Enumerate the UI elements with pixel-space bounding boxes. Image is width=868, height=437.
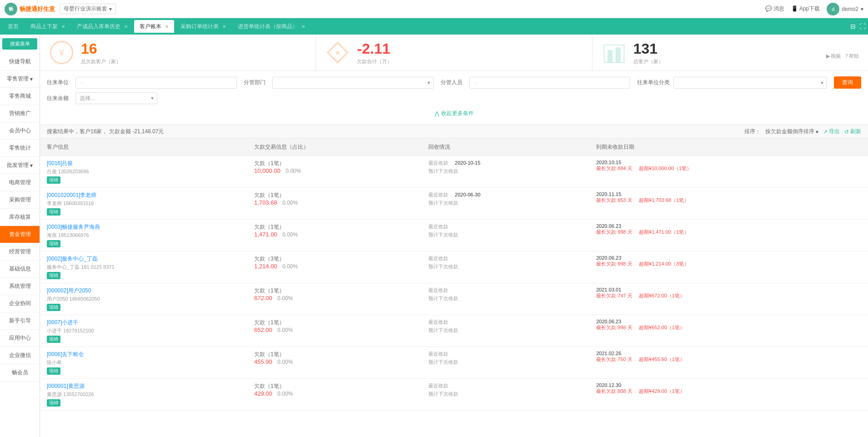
sidebar-item-enterprise-wx[interactable]: 企业微信 bbox=[0, 347, 40, 364]
customer-tag-5: 现销 bbox=[47, 336, 60, 343]
sidebar-item-retail-stats[interactable]: 零售统计 bbox=[0, 140, 40, 157]
cell-due-1: 2020.11.15 最长欠款 853 天 超期¥1,703.68（1笔） bbox=[589, 188, 868, 220]
cell-due-5: 2020.06.23 最长欠款 998 天 超期¥652.00（1笔） bbox=[589, 315, 868, 347]
debt-percent-2: 0.00% bbox=[282, 231, 298, 238]
customer-name-6[interactable]: [0006]去下粮仓 bbox=[47, 351, 241, 358]
overdue-link-5[interactable]: 超期¥652.00（1笔） bbox=[639, 325, 685, 330]
tab-import-stats-close[interactable]: ✕ bbox=[301, 24, 305, 29]
overdue-link-2[interactable]: 超期¥1,471.00（1笔） bbox=[639, 229, 689, 235]
customer-name-0[interactable]: [0016]吕俊 bbox=[47, 160, 241, 167]
last-collect-4: 最近收款 bbox=[428, 287, 582, 294]
tab-product-offline[interactable]: 商品上下架 ✕ bbox=[25, 20, 70, 33]
stat-debt-number: 16 bbox=[81, 40, 121, 57]
customer-name-5[interactable]: [0007]小进干 bbox=[47, 319, 241, 326]
filter-balance-label: 往来余额 bbox=[47, 95, 72, 102]
customer-name-3[interactable]: [0002]服务中心_丁磊 bbox=[47, 255, 241, 263]
sidebar-item-retail-mgmt[interactable]: 零售管理 ▾ bbox=[0, 70, 40, 88]
sidebar-item-stock[interactable]: 库存核算 bbox=[0, 209, 40, 226]
filter-person-input[interactable]: ··· bbox=[469, 77, 631, 89]
debt-amount-value-0: 10,000.00 bbox=[254, 167, 281, 174]
filter-source-unit-input[interactable]: ··· bbox=[75, 77, 237, 89]
export-btn[interactable]: ↗ 导出 bbox=[823, 128, 840, 136]
overdue-link-4[interactable]: 超期¥672.00（1笔） bbox=[639, 293, 685, 298]
tab-purchase-order-close[interactable]: ✕ bbox=[222, 24, 226, 29]
table-body: [0016]吕俊 吕俊 13026203696 现销 欠款（1笔） 10,000… bbox=[40, 156, 868, 411]
overdue-link-0[interactable]: 超期¥10,000.00（1笔） bbox=[639, 166, 692, 171]
sort-selector[interactable]: 按欠款金额倒序排序 ▾ bbox=[765, 128, 818, 136]
sidebar-item-app-center[interactable]: 应用中心 bbox=[0, 330, 40, 347]
industry-label: 母婴行业演示账套 bbox=[64, 5, 107, 13]
industry-selector[interactable]: 母婴行业演示账套 ▾ bbox=[60, 4, 116, 14]
sidebar-item-quick-nav[interactable]: 快捷导航 bbox=[0, 53, 40, 70]
video-btn[interactable]: ▶ 视频 bbox=[826, 53, 841, 60]
collect-date-1: 2020-06-30 bbox=[450, 192, 480, 197]
debt-amount-3: 1,214.00 0.00% bbox=[254, 263, 415, 270]
tab-purchase-order[interactable]: 采购订单统计表 ✕ bbox=[175, 20, 231, 33]
user-dropdown-icon: ▾ bbox=[861, 6, 863, 12]
stat-amount-number: -2.11 bbox=[357, 40, 392, 57]
customer-name-2[interactable]: [0003]畅捷服务尹海燕 bbox=[47, 223, 241, 231]
filter-dept: 分管部门 ▾ bbox=[244, 77, 434, 89]
sidebar-item-capital[interactable]: 资金管理 bbox=[0, 226, 40, 243]
last-collect-7: 最近收款 bbox=[428, 382, 582, 389]
collapse-btn[interactable]: ⋀ 收起更多条件 bbox=[47, 108, 861, 119]
tab-expand-icon[interactable]: ⛶ bbox=[859, 23, 866, 30]
stat-debt-customers: ¥ 16 总欠款客户（家） bbox=[40, 35, 316, 70]
tab-product-history-close[interactable]: ✕ bbox=[124, 24, 128, 29]
overdue-days-2: 最长欠款 998 天 bbox=[596, 229, 637, 235]
sidebar-item-batch-mgmt[interactable]: 批发管理 ▾ bbox=[0, 157, 40, 174]
sidebar-enterprise-coop-label: 企业协同 bbox=[9, 300, 31, 306]
tab-home[interactable]: 首页 bbox=[2, 20, 24, 33]
tab-product-history[interactable]: 产成品入库单历史 ✕ bbox=[71, 20, 133, 33]
collect-label-1: 最近收款 bbox=[428, 192, 448, 197]
sidebar-search-btn[interactable]: 搜索菜单 bbox=[2, 38, 37, 50]
customer-tag-6: 现销 bbox=[47, 367, 60, 375]
sidebar-item-basic-info[interactable]: 基础信息 bbox=[0, 261, 40, 278]
customer-name-7[interactable]: [000001]黄思源 bbox=[47, 382, 241, 390]
svg-rect-5 bbox=[607, 50, 612, 63]
sidebar-item-member-vip[interactable]: 畅会员 bbox=[0, 364, 40, 382]
customer-name-4[interactable]: [000002]用户2050 bbox=[47, 287, 241, 295]
filter-dept-select[interactable] bbox=[272, 77, 434, 89]
due-date-1: 2020.11.15 bbox=[596, 191, 861, 197]
sidebar-item-ecommerce[interactable]: 电商管理 bbox=[0, 174, 40, 191]
sidebar-marketing-label: 营销推广 bbox=[9, 110, 31, 116]
app-download-btn[interactable]: 📱 App下载 bbox=[791, 5, 820, 13]
cell-collection-2: 最近收款 预计下次收款 bbox=[421, 220, 589, 251]
refresh-btn[interactable]: ↺ 刷新 bbox=[844, 128, 861, 136]
sidebar-item-operations[interactable]: 经营管理 bbox=[0, 243, 40, 261]
tab-product-offline-close[interactable]: ✕ bbox=[61, 24, 65, 29]
tab-import-stats[interactable]: 进货单统计表（按商品） ✕ bbox=[232, 20, 311, 33]
stat-debt-label: 总欠款客户（家） bbox=[81, 58, 121, 65]
export-icon: ↗ bbox=[823, 129, 828, 135]
sidebar-app-center-label: 应用中心 bbox=[9, 335, 31, 341]
sidebar-enterprise-wx-label: 企业微信 bbox=[9, 352, 31, 358]
sidebar-item-member-center[interactable]: 会员中心 bbox=[0, 122, 40, 140]
sidebar-item-system[interactable]: 系统管理 bbox=[0, 278, 40, 295]
sidebar-item-purchase[interactable]: 采购管理 bbox=[0, 191, 40, 209]
overdue-link-1[interactable]: 超期¥1,703.68（1笔） bbox=[639, 197, 689, 203]
message-icon[interactable]: 💬 消息 bbox=[765, 5, 784, 13]
overdue-link-7[interactable]: 超期¥429.00（1笔） bbox=[639, 388, 685, 394]
table-row: [000001]黄思源 黄思源 13552700226 现销 欠款（1笔） 42… bbox=[40, 379, 868, 411]
filter-unit-category-select[interactable] bbox=[673, 77, 827, 89]
sidebar-item-retail-store[interactable]: 零售商城 bbox=[0, 88, 40, 105]
user-area[interactable]: d demo2 ▾ bbox=[827, 3, 863, 15]
tab-customer-account-close[interactable]: ✕ bbox=[165, 24, 169, 29]
tab-minimize-icon[interactable]: ⊟ bbox=[850, 23, 856, 30]
sidebar-item-marketing[interactable]: 营销推广 bbox=[0, 105, 40, 122]
overdue-link-6[interactable]: 超期¥455.90（1笔） bbox=[639, 357, 685, 362]
sidebar-item-new-guide[interactable]: 新手引导 bbox=[0, 312, 40, 330]
cell-customer-info-4: [000002]用户2050 用户2050 18665062050 现销 bbox=[40, 283, 247, 315]
filter-source-unit-label: 往来单位 bbox=[47, 79, 72, 86]
tab-customer-account[interactable]: 客户账本 ✕ bbox=[134, 20, 174, 33]
filter-balance-select[interactable]: 选择... bbox=[75, 92, 157, 104]
tab-bar-actions: ⊟ ⛶ bbox=[850, 23, 866, 30]
cell-customer-info-5: [0007]小进干 小进干 18279152100 现销 bbox=[40, 315, 247, 347]
search-button[interactable]: 查询 bbox=[834, 76, 861, 89]
sidebar-new-guide-label: 新手引导 bbox=[9, 317, 31, 324]
overdue-link-3[interactable]: 超期¥1,214.00（3笔） bbox=[639, 261, 689, 266]
help-btn[interactable]: ? 帮助 bbox=[845, 53, 859, 60]
sidebar-item-enterprise-coop[interactable]: 企业协同 bbox=[0, 295, 40, 312]
customer-name-1[interactable]: [0001020001]李老师 bbox=[47, 191, 241, 199]
